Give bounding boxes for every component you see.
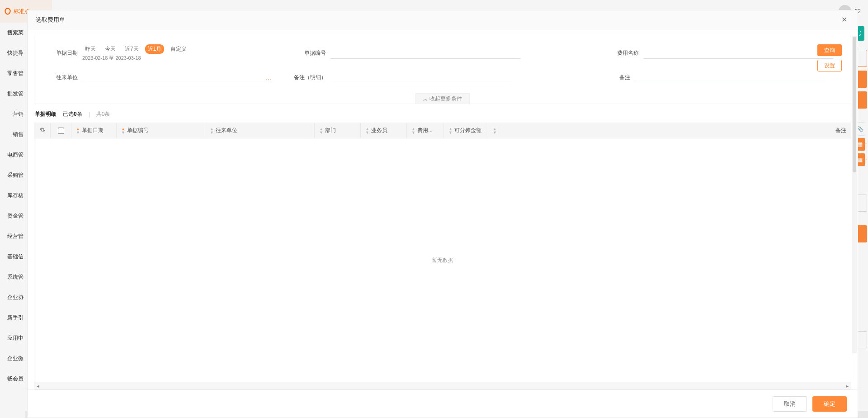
- detail-header: 单据明细 已选0条 | 共0条: [34, 104, 851, 123]
- empty-text: 暂无数据: [432, 256, 453, 264]
- modal-title: 选取费用单: [36, 16, 65, 24]
- gear-column-header[interactable]: [34, 123, 51, 138]
- table-body-empty: 暂无数据: [34, 138, 851, 382]
- scrollbar-thumb[interactable]: [853, 37, 856, 172]
- chevron-up-icon: ︽: [423, 96, 428, 102]
- filter-action-buttons: 查询 设置: [817, 44, 842, 71]
- sort-icon[interactable]: ▲▼: [411, 127, 415, 134]
- cancel-button[interactable]: 取消: [773, 396, 807, 412]
- date-quick-yesterday[interactable]: 昨天: [82, 44, 99, 54]
- sort-icon[interactable]: ▲▼: [493, 127, 497, 134]
- sort-icon[interactable]: ▲▼: [319, 127, 323, 134]
- divider: |: [89, 111, 90, 118]
- date-quick-last7[interactable]: 近7天: [122, 44, 142, 54]
- scroll-left-icon[interactable]: ◄: [34, 382, 42, 390]
- column-header-date[interactable]: ▲▼ 单据日期: [71, 123, 117, 138]
- settings-button[interactable]: 设置: [817, 60, 842, 71]
- horizontal-scrollbar[interactable]: ◄ ►: [34, 382, 851, 389]
- party-input[interactable]: [82, 71, 272, 83]
- modal-header: 选取费用单 ✕: [28, 10, 858, 29]
- vertical-scrollbar[interactable]: [852, 36, 857, 353]
- date-label: 单据日期: [45, 49, 78, 57]
- select-all-checkbox[interactable]: [58, 128, 64, 134]
- selected-count: 已选0条: [63, 110, 82, 118]
- column-header-emp[interactable]: ▲▼ 业务员: [361, 123, 407, 138]
- total-count: 共0条: [96, 110, 110, 118]
- filter-panel: 单据日期 昨天 今天 近7天 近1月 自定义 2023-02-18 至 20: [34, 36, 851, 104]
- scroll-right-icon[interactable]: ►: [844, 382, 851, 390]
- column-header-fee[interactable]: ▲▼ 费用...: [407, 123, 444, 138]
- sort-icon[interactable]: ▲▼: [365, 127, 369, 134]
- remark-label: 备注: [601, 74, 630, 81]
- party-label: 往来单位: [45, 74, 78, 81]
- select-fee-modal: 选取费用单 ✕ 单据日期 昨天 今天 近7天 近1月 自定义: [27, 10, 858, 418]
- detail-table: ▲▼ 单据日期 ▲▼ 单据编号 ▲▼ 往来单位 ▲▼ 部门 ▲▼ 业务员: [34, 123, 851, 390]
- date-quick-today[interactable]: 今天: [102, 44, 118, 54]
- close-icon[interactable]: ✕: [839, 14, 849, 25]
- detail-tab-title: 单据明细: [35, 110, 57, 118]
- confirm-button[interactable]: 确定: [812, 396, 847, 412]
- code-label: 单据编号: [293, 49, 326, 57]
- filter-row-2: 往来单位 … 备注（明细） 备注: [45, 71, 840, 83]
- modal-footer: 取消 确定: [28, 390, 858, 418]
- column-header-party[interactable]: ▲▼ 往来单位: [205, 123, 315, 138]
- filter-row-1: 单据日期 昨天 今天 近7天 近1月 自定义 2023-02-18 至 20: [45, 44, 840, 62]
- date-quick-custom[interactable]: 自定义: [168, 44, 189, 54]
- collapse-filters-button[interactable]: ︽ 收起更多条件: [415, 93, 470, 104]
- modal-body: 单据日期 昨天 今天 近7天 近1月 自定义 2023-02-18 至 20: [28, 29, 858, 390]
- remark-input[interactable]: [635, 71, 825, 83]
- search-button[interactable]: 查询: [817, 44, 842, 56]
- fee-name-input[interactable]: [643, 47, 833, 59]
- sort-icon[interactable]: ▲▼: [210, 127, 214, 134]
- date-quick-filter: 昨天 今天 近7天 近1月 自定义 2023-02-18 至 2023-03-1…: [82, 44, 189, 62]
- sort-icon[interactable]: ▲▼: [448, 127, 453, 134]
- column-header-remark[interactable]: ▲▼ 备注: [488, 123, 851, 138]
- date-quick-last1m[interactable]: 近1月: [145, 44, 165, 54]
- fee-name-label: 费用名称: [606, 49, 639, 57]
- table-header: ▲▼ 单据日期 ▲▼ 单据编号 ▲▼ 往来单位 ▲▼ 部门 ▲▼ 业务员: [34, 123, 851, 138]
- checkbox-column-header[interactable]: [51, 123, 71, 138]
- date-range-display: 2023-02-18 至 2023-03-18: [82, 55, 141, 62]
- code-input[interactable]: [330, 47, 520, 59]
- remark-detail-label: 备注（明细）: [285, 74, 326, 81]
- sort-icon[interactable]: ▲▼: [121, 127, 125, 134]
- gear-icon: [39, 127, 46, 134]
- column-header-dept[interactable]: ▲▼ 部门: [315, 123, 361, 138]
- column-header-code[interactable]: ▲▼ 单据编号: [117, 123, 205, 138]
- more-dots-icon[interactable]: …: [265, 74, 272, 81]
- collapse-label: 收起更多条件: [429, 95, 462, 103]
- column-header-amount[interactable]: ▲▼ 可分摊金额: [444, 123, 488, 138]
- remark-detail-input[interactable]: [331, 71, 512, 83]
- sort-icon[interactable]: ▲▼: [76, 127, 80, 134]
